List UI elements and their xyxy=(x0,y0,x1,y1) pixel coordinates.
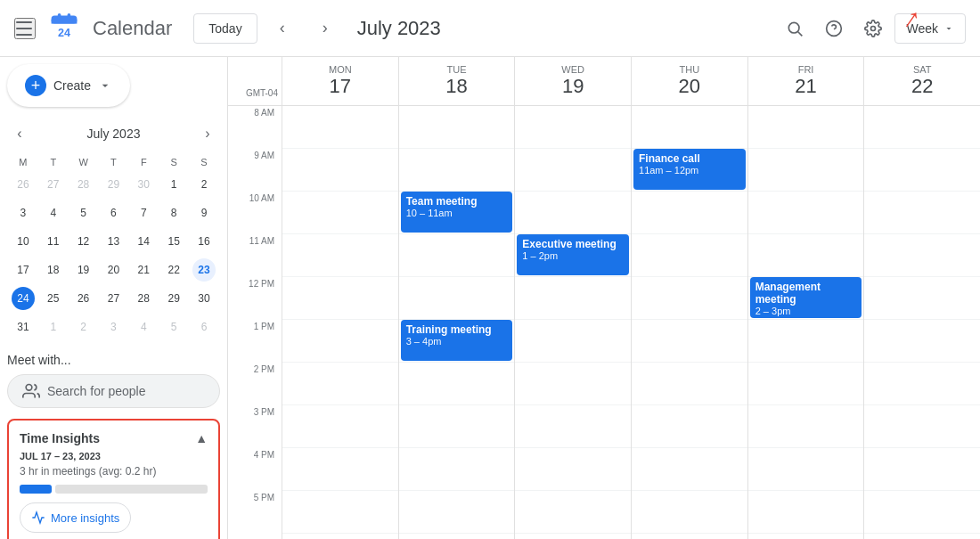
mini-cal-day[interactable]: 6 xyxy=(190,314,218,340)
today-button[interactable]: Today xyxy=(193,13,257,44)
hour-cell[interactable] xyxy=(515,149,631,192)
hour-cell[interactable] xyxy=(864,448,980,491)
mini-cal-day[interactable]: 3 xyxy=(9,200,37,226)
mini-cal-day[interactable]: 29 xyxy=(159,285,188,312)
event-executive-meeting[interactable]: Executive meeting 1 – 2pm xyxy=(517,234,629,275)
hour-cell[interactable] xyxy=(399,405,515,448)
hour-cell[interactable] xyxy=(399,106,515,149)
hour-cell[interactable] xyxy=(632,320,747,363)
hour-cell[interactable] xyxy=(282,149,398,192)
help-button[interactable] xyxy=(816,11,852,46)
hour-cell[interactable] xyxy=(399,491,515,534)
mini-cal-day[interactable]: 28 xyxy=(69,171,98,198)
hour-cell[interactable] xyxy=(864,149,980,192)
hour-cell[interactable] xyxy=(282,491,398,534)
hour-cell[interactable] xyxy=(748,106,864,149)
hour-cell[interactable] xyxy=(282,192,398,234)
mini-cal-day[interactable]: 2 xyxy=(190,171,218,198)
hour-cell[interactable] xyxy=(282,363,398,405)
hour-cell[interactable] xyxy=(515,448,631,491)
mini-cal-day[interactable]: 27 xyxy=(39,171,68,198)
mini-cal-day[interactable]: 27 xyxy=(100,285,128,312)
hour-cell[interactable] xyxy=(748,491,864,534)
hour-cell[interactable] xyxy=(282,448,398,491)
hour-cell[interactable] xyxy=(282,277,398,320)
hour-cell[interactable] xyxy=(632,491,747,534)
mini-cal-day[interactable]: 15 xyxy=(159,228,188,255)
mini-cal-day[interactable]: 17 xyxy=(9,257,37,283)
mini-cal-prev-button[interactable]: ‹ xyxy=(7,121,32,146)
mini-cal-next-button[interactable]: › xyxy=(195,121,220,146)
hour-cell[interactable] xyxy=(864,363,980,405)
mini-cal-day[interactable]: 2 xyxy=(69,314,98,340)
hour-cell[interactable] xyxy=(399,149,515,192)
mini-cal-day[interactable]: 9 xyxy=(190,200,218,226)
mini-cal-day[interactable]: 14 xyxy=(129,228,158,255)
hour-cell[interactable] xyxy=(632,277,747,320)
hour-cell[interactable] xyxy=(748,405,864,448)
hamburger-menu-button[interactable] xyxy=(14,18,36,39)
hour-cell[interactable] xyxy=(864,405,980,448)
hour-cell[interactable] xyxy=(632,363,747,405)
mini-cal-day[interactable]: 23 xyxy=(190,257,218,283)
mini-cal-day[interactable]: 16 xyxy=(190,228,218,255)
hour-cell[interactable] xyxy=(748,448,864,491)
more-insights-button[interactable]: More insights xyxy=(20,502,131,533)
create-button[interactable]: + Create xyxy=(7,64,130,107)
hour-cell[interactable] xyxy=(748,320,864,363)
hour-cell[interactable] xyxy=(515,363,631,405)
next-nav-button[interactable]: › xyxy=(307,11,343,46)
hour-cell[interactable] xyxy=(515,405,631,448)
hour-cell[interactable] xyxy=(399,277,515,320)
search-button[interactable] xyxy=(777,11,813,46)
hour-cell[interactable] xyxy=(864,106,980,149)
mini-cal-day[interactable]: 3 xyxy=(100,314,128,340)
mini-cal-day[interactable]: 31 xyxy=(9,314,37,340)
hour-cell[interactable] xyxy=(632,192,747,234)
mini-cal-day[interactable]: 30 xyxy=(190,285,218,312)
mini-cal-day[interactable]: 13 xyxy=(100,228,128,255)
hour-cell[interactable] xyxy=(515,277,631,320)
mini-cal-day[interactable]: 29 xyxy=(100,171,128,198)
hour-cell[interactable] xyxy=(282,405,398,448)
mini-cal-day[interactable]: 22 xyxy=(159,257,188,283)
hour-cell[interactable] xyxy=(632,234,747,277)
mini-cal-day[interactable]: 5 xyxy=(159,314,188,340)
hour-cell[interactable] xyxy=(864,277,980,320)
hour-cell[interactable] xyxy=(632,405,747,448)
ti-collapse-button[interactable]: ▲ xyxy=(195,431,208,445)
settings-button[interactable] xyxy=(855,11,891,46)
hour-cell[interactable] xyxy=(399,448,515,491)
mini-cal-day[interactable]: 1 xyxy=(39,314,68,340)
hour-cell[interactable] xyxy=(282,234,398,277)
mini-cal-day[interactable]: 7 xyxy=(129,200,158,226)
mini-cal-day[interactable]: 4 xyxy=(39,200,68,226)
mini-cal-day[interactable]: 20 xyxy=(100,257,128,283)
mini-cal-day[interactable]: 24 xyxy=(9,285,37,312)
hour-cell[interactable] xyxy=(515,491,631,534)
hour-cell[interactable] xyxy=(864,491,980,534)
event-team-meeting[interactable]: Team meeting 10 – 11am xyxy=(401,192,513,233)
mini-cal-day[interactable]: 18 xyxy=(39,257,68,283)
mini-cal-day[interactable]: 8 xyxy=(159,200,188,226)
hour-cell[interactable] xyxy=(632,448,747,491)
mini-cal-day[interactable]: 11 xyxy=(39,228,68,255)
hour-cell[interactable] xyxy=(748,234,864,277)
prev-nav-button[interactable]: ‹ xyxy=(265,11,300,46)
mini-cal-day[interactable]: 25 xyxy=(39,285,68,312)
mini-cal-day[interactable]: 6 xyxy=(100,200,128,226)
mini-cal-day[interactable]: 4 xyxy=(129,314,158,340)
hour-cell[interactable] xyxy=(399,234,515,277)
mini-cal-day[interactable]: 30 xyxy=(129,171,158,198)
mini-cal-day[interactable]: 21 xyxy=(129,257,158,283)
mini-cal-day[interactable]: 26 xyxy=(69,285,98,312)
mini-cal-day[interactable]: 19 xyxy=(69,257,98,283)
hour-cell[interactable] xyxy=(748,149,864,192)
hour-cell[interactable] xyxy=(282,106,398,149)
hour-cell[interactable] xyxy=(748,363,864,405)
hour-cell[interactable] xyxy=(864,234,980,277)
mini-cal-day[interactable]: 10 xyxy=(9,228,37,255)
hour-cell[interactable] xyxy=(515,192,631,234)
mini-cal-day[interactable]: 5 xyxy=(69,200,98,226)
event-training-meeting[interactable]: Training meeting 3 – 4pm xyxy=(401,320,513,361)
